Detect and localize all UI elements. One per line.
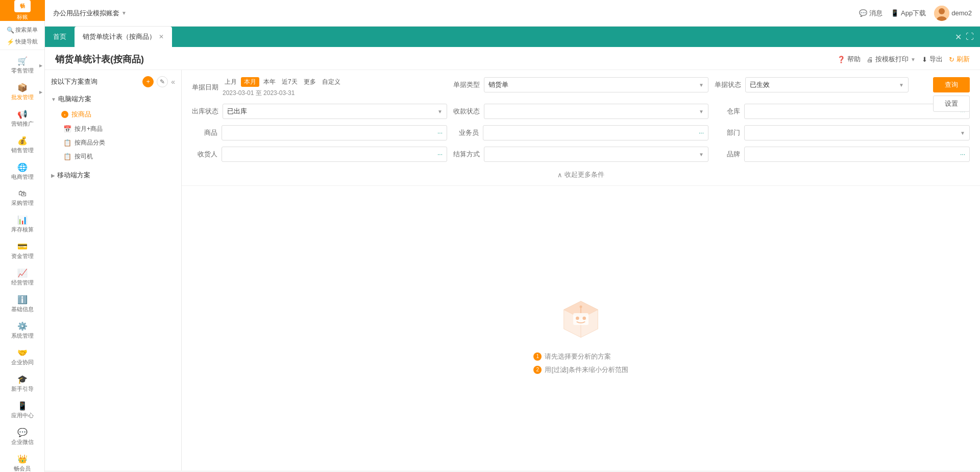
dept-label: 部门 bbox=[715, 128, 740, 137]
content-body: 按以下方案查询 + ✎ « ▼ 电脑端方案 • bbox=[45, 70, 980, 470]
pc-expand-icon: ▼ bbox=[51, 97, 56, 102]
filter-receipt-status: 收款状态 ▼ bbox=[453, 104, 708, 119]
sidebar-item-ops[interactable]: 📈 经营管理 bbox=[0, 264, 44, 291]
sales-stat-tab-label: 销货单统计表（按商品） bbox=[83, 32, 156, 41]
sidebar-item-sales[interactable]: 💰 销售管理 bbox=[0, 132, 44, 158]
status-select[interactable]: 已生效 ▼ bbox=[745, 77, 909, 92]
help-label: 帮助 bbox=[847, 55, 861, 64]
scheme-by-category[interactable]: 📋 按商品分类 bbox=[45, 136, 181, 150]
close-all-tabs-btn[interactable]: ✕ bbox=[955, 32, 962, 42]
sidebar-item-basic[interactable]: ℹ️ 基础信息 bbox=[0, 291, 44, 317]
finance-icon: 💳 bbox=[17, 242, 28, 251]
mobile-scheme-section: ▶ 移动端方案 bbox=[45, 168, 181, 187]
logo-text: 标账 bbox=[17, 13, 28, 21]
guide-icon: 🎓 bbox=[17, 374, 28, 384]
template-print-label: 按模板打印 bbox=[875, 55, 909, 64]
sidebar-item-finance[interactable]: 💳 资金管理 bbox=[0, 238, 44, 264]
messages-btn[interactable]: 💬 消息 bbox=[859, 9, 883, 18]
sidebar-item-quick-nav[interactable]: ⚡ 快捷导航 bbox=[0, 36, 44, 50]
sidebar-item-app-center[interactable]: 📱 应用中心 bbox=[0, 397, 44, 423]
brand-label: 品牌 bbox=[715, 150, 740, 159]
goods-input[interactable]: ··· bbox=[222, 125, 447, 140]
export-btn[interactable]: ⬇ 导出 bbox=[922, 55, 943, 64]
consignee-input[interactable]: ··· bbox=[222, 147, 447, 162]
page-content: 销货单统计表(按商品) ❓ 帮助 🖨 按模板打印 ▼ ⬇ 导出 ↻ 刷新 bbox=[45, 47, 980, 472]
shortcut-this-year[interactable]: 本年 bbox=[261, 77, 278, 87]
svg-point-10 bbox=[579, 305, 582, 308]
sidebar-item-enterprise[interactable]: 🤝 企业协同 bbox=[0, 344, 44, 370]
sidebar-item-ecom[interactable]: 🌐 电商管理 bbox=[0, 158, 44, 185]
sidebar-item-member[interactable]: 👑 畅会员 bbox=[0, 450, 44, 472]
query-button[interactable]: 查询 bbox=[933, 77, 970, 92]
sidebar: 畅 标账 🔍 搜索菜单 ⚡ 快捷导航 🛒 零售管理 📦 批发管理 📢 营销推广 … bbox=[0, 0, 45, 472]
export-icon: ⬇ bbox=[922, 56, 927, 63]
filter-brand: 品牌 ··· bbox=[715, 147, 970, 162]
retail-label: 零售管理 bbox=[11, 67, 34, 75]
date-label: 单据日期 bbox=[192, 83, 218, 92]
sales-rep-input[interactable]: ··· bbox=[483, 125, 708, 140]
main-area: 办公用品行业模拟账套 ▼ 💬 消息 📱 App下载 bbox=[45, 0, 980, 472]
wholesale-label: 批发管理 bbox=[11, 93, 34, 101]
settlement-select[interactable]: ▼ bbox=[484, 147, 708, 162]
left-panel-actions: + ✎ « bbox=[142, 76, 175, 87]
receipt-status-select[interactable]: ▼ bbox=[484, 104, 708, 119]
out-status-label: 出库状态 bbox=[192, 107, 218, 116]
help-btn[interactable]: ❓ 帮助 bbox=[837, 55, 861, 64]
filter-consignee: 收货人 ··· bbox=[192, 147, 447, 162]
shortcut-custom[interactable]: 自定义 bbox=[320, 77, 342, 87]
template-print-btn[interactable]: 🖨 按模板打印 ▼ bbox=[867, 55, 916, 64]
collapse-more-btn[interactable]: ∧ 收起更多条件 bbox=[192, 166, 970, 181]
app-download-btn[interactable]: 📱 App下载 bbox=[891, 9, 926, 18]
shortcut-more[interactable]: 更多 bbox=[302, 77, 318, 87]
empty-hint-2: 2 用[过滤]条件来缩小分析范围 bbox=[533, 365, 628, 374]
dept-select[interactable]: ▼ bbox=[744, 125, 970, 140]
wholesale-icon: 📦 bbox=[17, 83, 28, 92]
edit-scheme-btn[interactable]: ✎ bbox=[157, 76, 168, 87]
inventory-label: 库存核算 bbox=[11, 226, 34, 233]
top-title-dropdown[interactable]: 办公用品行业模拟账套 ▼ bbox=[53, 9, 127, 18]
pc-scheme-title[interactable]: ▼ 电脑端方案 bbox=[45, 91, 181, 107]
sidebar-item-wechat[interactable]: 💬 企业微信 bbox=[0, 423, 44, 450]
brand-ellipsis: ··· bbox=[960, 151, 965, 158]
sales-label: 销售管理 bbox=[11, 147, 34, 154]
user-profile[interactable]: demo2 bbox=[934, 6, 972, 21]
shortcut-7days[interactable]: 近7天 bbox=[280, 77, 300, 87]
refresh-btn[interactable]: ↻ 刷新 bbox=[949, 55, 970, 64]
brand-input[interactable]: ··· bbox=[744, 147, 970, 162]
warehouse-label: 仓库 bbox=[715, 107, 740, 116]
dot-icon: • bbox=[64, 112, 66, 117]
shortcut-this-month[interactable]: 本月 bbox=[241, 77, 259, 87]
collapse-up-icon: ∧ bbox=[557, 171, 562, 179]
sidebar-item-inventory[interactable]: 📊 库存核算 bbox=[0, 211, 44, 238]
tab-home[interactable]: 首页 bbox=[45, 27, 75, 47]
type-select[interactable]: 销货单 ▼ bbox=[484, 77, 708, 92]
scheme-by-company[interactable]: 📋 按司机 bbox=[45, 150, 181, 163]
basic-icon: ℹ️ bbox=[17, 295, 28, 304]
topbar: 办公用品行业模拟账套 ▼ 💬 消息 📱 App下载 bbox=[45, 0, 980, 27]
sidebar-item-system[interactable]: ⚙️ 系统管理 bbox=[0, 317, 44, 344]
sidebar-item-wholesale[interactable]: 📦 批发管理 bbox=[0, 79, 44, 105]
out-status-select[interactable]: 已出库 ▼ bbox=[223, 104, 447, 119]
sidebar-item-retail[interactable]: 🛒 零售管理 bbox=[0, 52, 44, 79]
shortcut-last-month[interactable]: 上月 bbox=[223, 77, 239, 87]
settlement-dropdown-icon: ▼ bbox=[699, 152, 704, 157]
collapse-left-panel-btn[interactable]: « bbox=[171, 78, 175, 86]
scheme-by-product[interactable]: • 按商品 bbox=[45, 107, 181, 122]
right-section: 单据日期 上月 本月 本年 近7天 更多 自定义 bbox=[182, 70, 980, 470]
sidebar-item-purchase[interactable]: 🛍 采购管理 bbox=[0, 185, 44, 211]
type-value: 销货单 bbox=[488, 80, 508, 89]
sidebar-item-marketing[interactable]: 📢 营销推广 bbox=[0, 105, 44, 132]
retail-icon: 🛒 bbox=[17, 56, 28, 66]
expand-tabs-btn[interactable]: ⛶ bbox=[966, 32, 974, 41]
tab-sales-stat[interactable]: 销货单统计表（按商品） ✕ bbox=[75, 27, 172, 47]
settings-button[interactable]: 设置 bbox=[933, 96, 970, 112]
mobile-scheme-title[interactable]: ▶ 移动端方案 bbox=[45, 168, 181, 183]
scheme-by-month-product[interactable]: 📅 按月+商品 bbox=[45, 122, 181, 136]
add-scheme-btn[interactable]: + bbox=[142, 76, 154, 87]
dept-dropdown-icon: ▼ bbox=[960, 130, 965, 136]
sidebar-item-search[interactable]: 🔍 搜索菜单 bbox=[0, 21, 44, 36]
sidebar-item-guide[interactable]: 🎓 新手引导 bbox=[0, 370, 44, 397]
tab-close-icon[interactable]: ✕ bbox=[159, 34, 164, 40]
system-label: 系统管理 bbox=[11, 332, 34, 340]
by-category-label: 按商品分类 bbox=[75, 138, 105, 147]
